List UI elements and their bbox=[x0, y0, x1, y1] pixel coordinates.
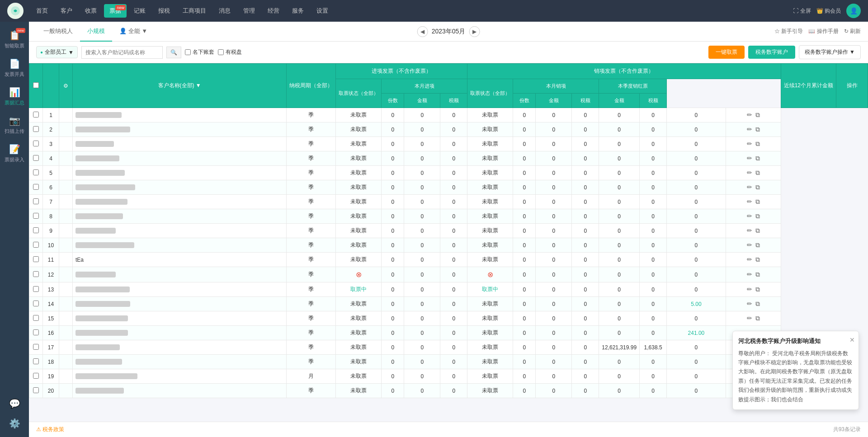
sidebar-item-config[interactable]: ⚙️ bbox=[7, 414, 22, 433]
member-btn[interactable]: 👑 购会员 bbox=[816, 7, 841, 15]
nav-tax[interactable]: 报税 bbox=[153, 4, 175, 18]
row-checkbox[interactable] bbox=[33, 344, 39, 350]
tax-plate-checkbox-label[interactable]: 有税盘 bbox=[218, 48, 242, 56]
tab-general-taxpayer[interactable]: 一般纳税人 bbox=[36, 22, 80, 42]
nav-service[interactable]: 服务 bbox=[287, 4, 309, 18]
row-checkbox[interactable] bbox=[33, 198, 39, 204]
row-checkbox[interactable] bbox=[33, 271, 39, 277]
tab-all[interactable]: 👤 全能 ▼ bbox=[112, 22, 155, 42]
tax-plate-checkbox[interactable] bbox=[218, 49, 224, 55]
th-customer-name[interactable]: 客户名称(全部) ▼ bbox=[73, 64, 287, 108]
edit-icon[interactable]: ✏ bbox=[747, 315, 752, 322]
nav-accounting[interactable]: 记账 bbox=[128, 4, 151, 18]
refresh-btn[interactable]: ↻ 刷新 bbox=[844, 28, 861, 35]
edit-icon[interactable]: ✏ bbox=[747, 286, 752, 293]
copy-icon[interactable]: ⧉ bbox=[755, 169, 760, 176]
nav-operation[interactable]: 经营 bbox=[262, 4, 285, 18]
fullscreen-btn[interactable]: ⛶ 全屏 bbox=[793, 7, 811, 15]
edit-icon[interactable]: ✏ bbox=[747, 183, 752, 191]
prev-month-btn[interactable]: ◀ bbox=[417, 26, 428, 37]
notification-close-btn[interactable]: ✕ bbox=[849, 335, 855, 345]
row-checkbox-cell bbox=[29, 326, 43, 340]
new-guide-btn[interactable]: ☆ 新手引导 bbox=[774, 28, 803, 35]
copy-icon[interactable]: ⧉ bbox=[755, 241, 760, 249]
row-checkbox[interactable] bbox=[33, 301, 39, 306]
ledger-checkbox-label[interactable]: 名下账套 bbox=[185, 48, 214, 56]
nav-customer[interactable]: 客户 bbox=[55, 4, 78, 18]
edit-icon[interactable]: ✏ bbox=[747, 271, 752, 278]
digital-account-btn[interactable]: 税务数字账户 bbox=[748, 46, 795, 59]
app-logo[interactable] bbox=[7, 3, 24, 19]
nav-receive-invoice[interactable]: 收票 bbox=[80, 4, 102, 18]
sidebar-item-summary[interactable]: 📊 票据汇总 bbox=[0, 82, 29, 111]
digital-account-ops-btn[interactable]: 税务数字账户操作 ▼ bbox=[799, 45, 861, 59]
nav-manage[interactable]: 管理 bbox=[238, 4, 260, 18]
copy-icon[interactable]: ⧉ bbox=[755, 140, 760, 147]
copy-icon[interactable]: ⧉ bbox=[755, 111, 760, 118]
edit-icon[interactable]: ✏ bbox=[747, 212, 752, 220]
row-checkbox[interactable] bbox=[33, 126, 39, 132]
sidebar-item-open-invoice[interactable]: 📄 发票开具 bbox=[0, 54, 29, 82]
th-out-status[interactable]: 取票状态（全部） bbox=[467, 79, 513, 108]
nav-home[interactable]: 首页 bbox=[31, 4, 53, 18]
next-month-btn[interactable]: ▶ bbox=[469, 26, 480, 37]
search-button[interactable]: 🔍 bbox=[166, 47, 181, 58]
edit-icon[interactable]: ✏ bbox=[747, 256, 752, 263]
nav-invoice[interactable]: 票据 new bbox=[104, 4, 127, 18]
copy-icon[interactable]: ⧉ bbox=[755, 315, 760, 322]
sidebar-item-smart-invoice[interactable]: 📋 智能取票 new bbox=[0, 25, 29, 54]
copy-icon[interactable]: ⧉ bbox=[755, 271, 760, 278]
row-checkbox[interactable] bbox=[33, 329, 39, 335]
customer-search-input[interactable] bbox=[81, 46, 163, 59]
edit-icon[interactable]: ✏ bbox=[747, 155, 752, 162]
row-checkbox[interactable] bbox=[33, 169, 39, 175]
edit-icon[interactable]: ✏ bbox=[747, 111, 752, 118]
row-checkbox[interactable] bbox=[33, 286, 39, 292]
ledger-checkbox[interactable] bbox=[185, 49, 191, 55]
copy-icon[interactable]: ⧉ bbox=[755, 155, 760, 162]
sidebar-item-chat[interactable]: 💬 bbox=[7, 394, 22, 414]
row-checkbox[interactable] bbox=[33, 373, 39, 379]
manual-btn[interactable]: 📖 操作手册 bbox=[808, 28, 838, 35]
edit-icon[interactable]: ✏ bbox=[747, 241, 752, 249]
sidebar-item-entry[interactable]: 📝 票据录入 bbox=[0, 139, 29, 168]
row-checkbox[interactable] bbox=[33, 227, 39, 233]
copy-icon[interactable]: ⧉ bbox=[755, 286, 760, 293]
row-checkbox[interactable] bbox=[33, 315, 39, 321]
edit-icon[interactable]: ✏ bbox=[747, 169, 752, 176]
copy-icon[interactable]: ⧉ bbox=[755, 183, 760, 191]
row-checkbox[interactable] bbox=[33, 112, 39, 117]
edit-icon[interactable]: ✏ bbox=[747, 227, 752, 234]
nav-business[interactable]: 工商项目 bbox=[177, 4, 212, 18]
edit-icon[interactable]: ✏ bbox=[747, 126, 752, 133]
row-checkbox[interactable] bbox=[33, 242, 39, 248]
row-checkbox[interactable] bbox=[33, 358, 39, 364]
nav-message[interactable]: 消息 bbox=[213, 4, 236, 18]
copy-icon[interactable]: ⧉ bbox=[755, 256, 760, 263]
copy-icon[interactable]: ⧉ bbox=[755, 300, 760, 307]
sidebar-item-scan[interactable]: 📷 扫描上传 bbox=[0, 111, 29, 139]
copy-icon[interactable]: ⧉ bbox=[755, 212, 760, 220]
row-checkbox[interactable] bbox=[33, 387, 39, 393]
th-period[interactable]: 纳税周期（全部） bbox=[287, 64, 336, 108]
tax-policy-link[interactable]: ⚠ 税务政策 bbox=[36, 426, 64, 433]
row-checkbox[interactable] bbox=[33, 256, 39, 262]
tab-small-scale[interactable]: 小规模 bbox=[80, 22, 112, 42]
row-checkbox[interactable] bbox=[33, 141, 39, 146]
row-checkbox[interactable] bbox=[33, 184, 39, 190]
nav-settings[interactable]: 设置 bbox=[311, 4, 334, 18]
row-checkbox[interactable] bbox=[33, 155, 39, 161]
th-setting[interactable]: ⚙ bbox=[59, 64, 73, 108]
user-avatar[interactable]: 👤 bbox=[846, 4, 861, 18]
edit-icon[interactable]: ✏ bbox=[747, 300, 752, 307]
edit-icon[interactable]: ✏ bbox=[747, 140, 752, 147]
one-click-invoice-btn[interactable]: 一键取票 bbox=[708, 46, 745, 59]
select-all-checkbox[interactable] bbox=[33, 82, 39, 88]
copy-icon[interactable]: ⧉ bbox=[755, 198, 760, 205]
staff-filter-dropdown[interactable]: ● 全部员工 ▼ bbox=[36, 46, 78, 58]
edit-icon[interactable]: ✏ bbox=[747, 198, 752, 205]
copy-icon[interactable]: ⧉ bbox=[755, 227, 760, 234]
row-checkbox[interactable] bbox=[33, 213, 39, 219]
th-in-status[interactable]: 取票状态（全部） bbox=[336, 79, 382, 108]
copy-icon[interactable]: ⧉ bbox=[755, 126, 760, 133]
